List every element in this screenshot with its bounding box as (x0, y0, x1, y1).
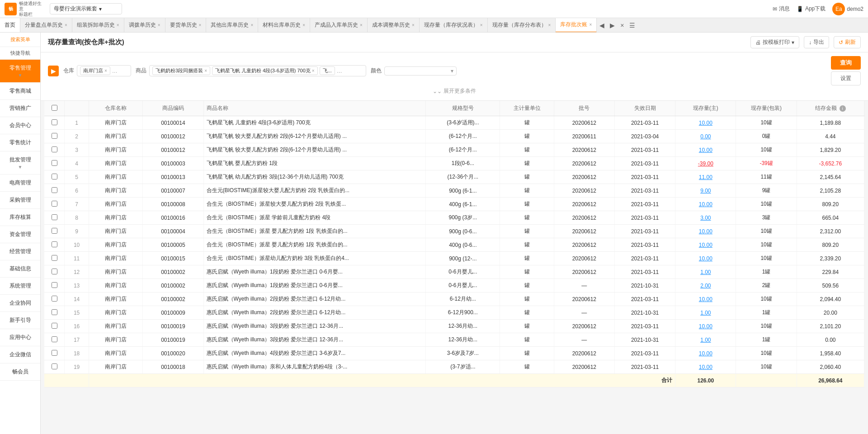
row-checkbox[interactable] (52, 309, 57, 315)
row-checkbox-cell[interactable] (44, 184, 65, 198)
row-checkbox-cell[interactable] (44, 130, 65, 143)
row-checkbox[interactable] (52, 269, 57, 274)
sidebar-item-inventory[interactable]: 库存核算 (0, 209, 40, 226)
row-stock-main[interactable]: 10.00 (675, 347, 736, 360)
sidebar-item-vip[interactable]: 畅会员 (0, 363, 40, 381)
warehouse-tag-container[interactable]: 南岸门店 × … (77, 65, 131, 76)
refresh-button[interactable]: ↺ 刷新 (834, 36, 861, 48)
close-icon[interactable]: × (158, 23, 160, 28)
row-checkbox-cell[interactable] (44, 333, 65, 347)
select-all-checkbox[interactable] (52, 105, 57, 111)
close-icon[interactable]: × (117, 23, 119, 28)
sidebar-item-system[interactable]: 系统管理 (0, 278, 40, 295)
sidebar-item-app-center[interactable]: 应用中心 (0, 329, 40, 346)
tab-prev-btn[interactable]: ◀ (597, 22, 607, 29)
row-stock-main[interactable]: 10.00 (675, 116, 736, 130)
tab-menu-btn[interactable]: ☰ (627, 22, 638, 29)
row-stock-main[interactable]: 10.00 (675, 238, 736, 252)
row-checkbox[interactable] (52, 296, 57, 302)
row-checkbox[interactable] (52, 201, 57, 207)
more-product-options[interactable]: … (337, 68, 342, 74)
row-checkbox[interactable] (52, 160, 57, 166)
close-icon[interactable]: × (250, 23, 253, 28)
sidebar-item-finance[interactable]: 资金管理 (0, 226, 40, 243)
row-checkbox[interactable] (52, 214, 57, 220)
sidebar-item-retail-stats[interactable]: 零售统计 (0, 134, 40, 151)
close-icon[interactable]: × (412, 23, 415, 28)
row-checkbox[interactable] (52, 119, 57, 125)
row-stock-main[interactable]: 3.00 (675, 211, 736, 225)
row-stock-main[interactable]: 1.00 (675, 333, 736, 347)
sidebar-item-basic-info[interactable]: 基础信息 (0, 260, 40, 278)
row-checkbox-cell[interactable] (44, 143, 65, 157)
sidebar-quick-nav[interactable]: 快捷导航 (0, 47, 40, 60)
sidebar-item-purchase[interactable]: 采购管理 (0, 192, 40, 209)
close-icon[interactable]: × (65, 23, 67, 28)
user-profile[interactable]: Ea demo2 (832, 3, 863, 15)
tab-diaob[interactable]: 调拨单历史 × (124, 18, 165, 33)
row-checkbox-cell[interactable] (44, 211, 65, 225)
row-checkbox-cell[interactable] (44, 360, 65, 374)
remove-product-tag-2[interactable]: × (312, 68, 315, 73)
row-checkbox-cell[interactable] (44, 265, 65, 279)
remove-product-tag-1[interactable]: × (204, 68, 207, 73)
row-checkbox-cell[interactable] (44, 279, 65, 292)
row-stock-main[interactable]: 10.00 (675, 320, 736, 333)
expand-more-button[interactable]: ⌄⌄ 展开更多条件 (48, 85, 861, 97)
row-stock-main[interactable]: 1.00 (675, 265, 736, 279)
filter-expand-button[interactable]: ▶ (48, 66, 59, 76)
export-button[interactable]: ↓ 导出 (804, 36, 829, 48)
row-stock-main[interactable]: 1.00 (675, 306, 736, 320)
row-checkbox-cell[interactable] (44, 225, 65, 238)
org-selector[interactable]: 母婴行业演示账套 ▾ (50, 3, 122, 14)
setting-button[interactable]: 设置 (831, 71, 861, 85)
sidebar-search[interactable]: 搜索英单 (0, 33, 40, 47)
row-stock-main[interactable]: 10.00 (675, 225, 736, 238)
row-checkbox-cell[interactable] (44, 320, 65, 333)
tab-stock-batch[interactable]: 库存批次账 × (556, 18, 597, 33)
row-stock-main[interactable]: 10.00 (675, 143, 736, 157)
row-checkbox-cell[interactable] (44, 116, 65, 130)
row-checkbox[interactable] (52, 146, 57, 152)
row-stock-main[interactable]: 10.00 (675, 360, 736, 374)
row-checkbox-cell[interactable] (44, 170, 65, 184)
close-icon[interactable]: × (480, 23, 483, 28)
tab-yaohuo[interactable]: 要货单历史 × (165, 18, 207, 33)
row-checkbox-cell[interactable] (44, 157, 65, 170)
close-icon[interactable]: × (548, 23, 551, 28)
row-checkbox-cell[interactable] (44, 198, 65, 211)
sidebar-item-ecommerce[interactable]: 电商管理 (0, 175, 40, 192)
close-icon[interactable]: × (199, 23, 202, 28)
row-checkbox[interactable] (52, 336, 57, 342)
row-checkbox-cell[interactable] (44, 306, 65, 320)
color-tag-container[interactable]: ▾ (384, 66, 457, 75)
sidebar-item-wholesale[interactable]: 批发管理 ▼ (0, 151, 40, 175)
row-checkbox[interactable] (52, 187, 57, 193)
sidebar-item-wechat-work[interactable]: 企业微信 (0, 346, 40, 363)
tab-qita[interactable]: 其他出库单历史 × (206, 18, 258, 33)
row-stock-main[interactable]: 2.00 (675, 279, 736, 292)
tab-cailiao[interactable]: 材料出库单历史 × (258, 18, 310, 33)
row-stock-main[interactable]: -39.00 (675, 157, 736, 170)
tab-home[interactable]: 首页 (0, 18, 20, 33)
row-stock-main[interactable]: 10.00 (675, 292, 736, 306)
sidebar-item-operations[interactable]: 经营管理 (0, 243, 40, 260)
row-checkbox[interactable] (52, 174, 57, 179)
tab-fenpan[interactable]: 分量盘点单历史 × (20, 18, 72, 33)
remove-warehouse-tag[interactable]: × (104, 68, 107, 73)
more-options-icon[interactable]: … (112, 68, 118, 74)
sidebar-item-collab[interactable]: 企业协同 (0, 295, 40, 312)
close-icon[interactable]: × (360, 23, 363, 28)
row-checkbox[interactable] (52, 282, 57, 288)
row-checkbox[interactable] (52, 133, 57, 139)
sidebar-item-retail-mall[interactable]: 零售商城 (0, 83, 40, 100)
row-checkbox-cell[interactable] (44, 238, 65, 252)
row-checkbox-cell[interactable] (44, 347, 65, 360)
message-btn[interactable]: ✉ 消息 (773, 5, 790, 13)
col-check-header[interactable] (44, 101, 65, 116)
row-stock-main[interactable]: 10.00 (675, 252, 736, 265)
template-print-button[interactable]: 🖨 按模板打印 ▾ (750, 36, 799, 48)
row-stock-main[interactable]: 0.00 (675, 130, 736, 143)
amount-info-icon[interactable]: i (840, 105, 846, 112)
query-button[interactable]: 查询 (831, 56, 861, 70)
